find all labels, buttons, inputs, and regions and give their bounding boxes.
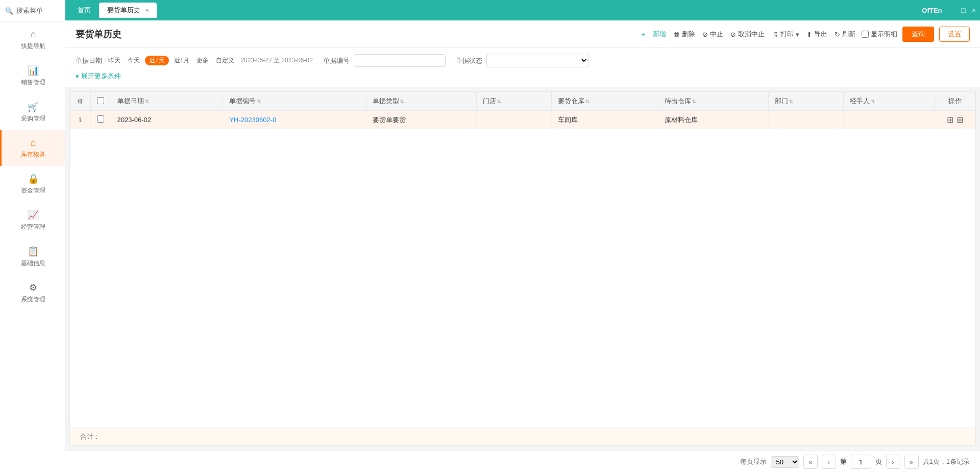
last-page-button[interactable]: » xyxy=(904,455,919,469)
sidebar-icon-basic: 📋 xyxy=(28,246,39,257)
page-size-select[interactable]: 102050100 xyxy=(771,456,799,468)
sidebar-label-sales: 销售管理 xyxy=(21,78,45,87)
prev-page-icon: ‹ xyxy=(827,458,829,466)
sidebar-icon-quick-nav: ⌂ xyxy=(31,29,36,40)
sidebar-item-operation[interactable]: 📈经营管理 xyxy=(0,202,65,239)
settings-button[interactable]: 设置 xyxy=(939,27,970,42)
date-quick-buttons: 昨天今天近7天近1月更多自定义 xyxy=(106,56,236,65)
doc-no-input[interactable] xyxy=(354,54,446,67)
tab-active-label: 要货单历史 xyxy=(107,6,140,15)
sidebar-item-quick-nav[interactable]: ⌂快捷导航 xyxy=(0,22,65,58)
cancel-stop-button[interactable]: ⊘ 取消中止 xyxy=(729,28,766,41)
col-doc-date[interactable]: 单据日期⇅ xyxy=(111,92,223,111)
date-range-display: 2023-05-27 至 2023-06-02 xyxy=(240,56,312,65)
print-button[interactable]: 🖨 打印 ▾ xyxy=(771,28,800,41)
row-more-button[interactable]: ⊞ xyxy=(957,115,963,125)
sidebar-icon-sales: 📊 xyxy=(28,65,39,76)
col-store[interactable]: 门店⇅ xyxy=(477,92,552,111)
sidebar-item-inventory[interactable]: ⌂库存核算 xyxy=(0,130,65,166)
minimize-button[interactable]: — xyxy=(948,6,955,14)
row-req-warehouse: 车间库 xyxy=(552,111,658,129)
sidebar-label-quick-nav: 快捷导航 xyxy=(21,42,45,51)
col-handler[interactable]: 经手人⇅ xyxy=(844,92,935,111)
col-settings[interactable]: ⚙ xyxy=(70,92,90,111)
sidebar-item-purchase[interactable]: 🛒采购管理 xyxy=(0,94,65,130)
tab-home-label: 首页 xyxy=(78,6,91,15)
date-quick-btn-近1月[interactable]: 近1月 xyxy=(172,56,192,65)
sidebar-icon-operation: 📈 xyxy=(28,209,39,221)
row-select-checkbox[interactable] xyxy=(97,115,104,123)
total-info: 共1页，1条记录 xyxy=(923,457,970,466)
table-footer: 合计： xyxy=(70,428,975,445)
status-filter-group: 单据状态 xyxy=(456,54,589,67)
new-button[interactable]: + + 新增 xyxy=(640,28,667,41)
delete-button[interactable]: 🗑 删除 xyxy=(672,28,696,41)
footer-total-label: 合计： xyxy=(80,432,100,441)
cancel-stop-icon: ⊘ xyxy=(730,31,736,38)
maximize-button[interactable]: □ xyxy=(961,6,965,14)
date-quick-btn-自定义[interactable]: 自定义 xyxy=(214,56,236,65)
sidebar-icon-purchase: 🛒 xyxy=(28,101,39,112)
print-icon: 🖨 xyxy=(772,31,778,38)
expand-more-button[interactable]: ▾ 展开更多条件 xyxy=(76,72,970,81)
date-quick-btn-今天[interactable]: 今天 xyxy=(126,56,142,65)
prev-page-button[interactable]: ‹ xyxy=(822,455,836,469)
table-area: ⚙ 单据日期⇅ 单据编号⇅ 单据类型⇅ 门店⇅ 要货仓库⇅ 待出仓库⇅ 部门⇅ … xyxy=(69,91,976,446)
export-icon: ⬆ xyxy=(806,31,812,38)
sidebar-item-basic[interactable]: 📋基础信息 xyxy=(0,239,65,275)
next-page-icon: › xyxy=(892,458,894,466)
refresh-button[interactable]: ↻ 刷新 xyxy=(834,28,856,41)
date-quick-btn-近7天[interactable]: 近7天 xyxy=(145,56,169,65)
status-select[interactable] xyxy=(486,54,589,67)
tabs-bar: 首页 要货单历史 × OfTEn — □ × xyxy=(65,0,980,20)
refresh-icon: ↻ xyxy=(835,31,840,38)
delete-icon: 🗑 xyxy=(673,31,680,38)
row-pending-warehouse: 原材料仓库 xyxy=(658,111,769,129)
table-row: 1 2023-06-02 YH-20230602-0 要货单要货 车间库 原材料… xyxy=(70,111,975,129)
expand-more-icon: ▾ xyxy=(76,73,79,80)
pagination-bar: 每页显示 102050100 « ‹ 第 页 › » 共1页，1条记录 xyxy=(65,450,980,473)
sidebar-label-inventory: 库存核算 xyxy=(21,150,45,159)
sidebar-label-system: 系统管理 xyxy=(21,295,45,304)
tab-close-icon[interactable]: × xyxy=(145,7,149,13)
sidebar-item-sales[interactable]: 📊销售管理 xyxy=(0,58,65,94)
doc-no-label: 单据编号 xyxy=(323,56,350,65)
toolbar: + + 新增 🗑 删除 ⊘ 中止 ⊘ 取消中止 🖨 打印 xyxy=(640,27,970,42)
page-label-before: 第 xyxy=(840,457,847,466)
date-quick-btn-昨天[interactable]: 昨天 xyxy=(106,56,122,65)
row-handler xyxy=(844,111,935,129)
first-page-button[interactable]: « xyxy=(803,455,818,469)
query-button[interactable]: 查询 xyxy=(902,27,934,42)
row-doc-type: 要货单要货 xyxy=(366,111,477,129)
col-department[interactable]: 部门⇅ xyxy=(769,92,844,111)
sidebar-search[interactable]: 🔍 搜索菜单 xyxy=(0,0,65,22)
sidebar-item-system[interactable]: ⚙系统管理 xyxy=(0,275,65,311)
sidebar-icon-system: ⚙ xyxy=(29,282,37,293)
window-close-button[interactable]: × xyxy=(972,6,976,14)
next-page-button[interactable]: › xyxy=(886,455,900,469)
display-detail-input[interactable] xyxy=(862,31,869,38)
select-all-checkbox[interactable] xyxy=(97,97,104,104)
col-req-warehouse[interactable]: 要货仓库⇅ xyxy=(552,92,658,111)
display-detail-checkbox[interactable]: 显示明细 xyxy=(862,30,897,39)
col-doc-type[interactable]: 单据类型⇅ xyxy=(366,92,477,111)
row-edit-button[interactable]: ⊞ xyxy=(947,115,953,125)
page-area: 要货单历史 + + 新增 🗑 删除 ⊘ 中止 ⊘ 取消中止 xyxy=(65,20,980,473)
row-doc-no[interactable]: YH-20230602-0 xyxy=(223,111,366,129)
export-button[interactable]: ⬆ 导出 xyxy=(805,28,828,41)
date-filter-group: 单据日期 昨天今天近7天近1月更多自定义 2023-05-27 至 2023-0… xyxy=(76,56,313,65)
date-quick-btn-更多[interactable]: 更多 xyxy=(194,56,211,65)
data-table: ⚙ 单据日期⇅ 单据编号⇅ 单据类型⇅ 门店⇅ 要货仓库⇅ 待出仓库⇅ 部门⇅ … xyxy=(70,92,975,129)
sidebar-item-finance[interactable]: 🔒资金管理 xyxy=(0,166,65,202)
col-pending-warehouse[interactable]: 待出仓库⇅ xyxy=(658,92,769,111)
doc-no-filter-group: 单据编号 xyxy=(323,54,446,67)
row-checkbox[interactable] xyxy=(90,111,111,129)
col-doc-no[interactable]: 单据编号⇅ xyxy=(223,92,366,111)
page-number-input[interactable] xyxy=(851,455,871,469)
col-operation: 操作 xyxy=(935,92,975,111)
stop-button[interactable]: ⊘ 中止 xyxy=(701,28,724,41)
tab-home[interactable]: 首页 xyxy=(69,3,99,18)
tab-active[interactable]: 要货单历史 × xyxy=(99,3,157,18)
page-label-after: 页 xyxy=(875,457,882,466)
row-num: 1 xyxy=(70,111,90,129)
